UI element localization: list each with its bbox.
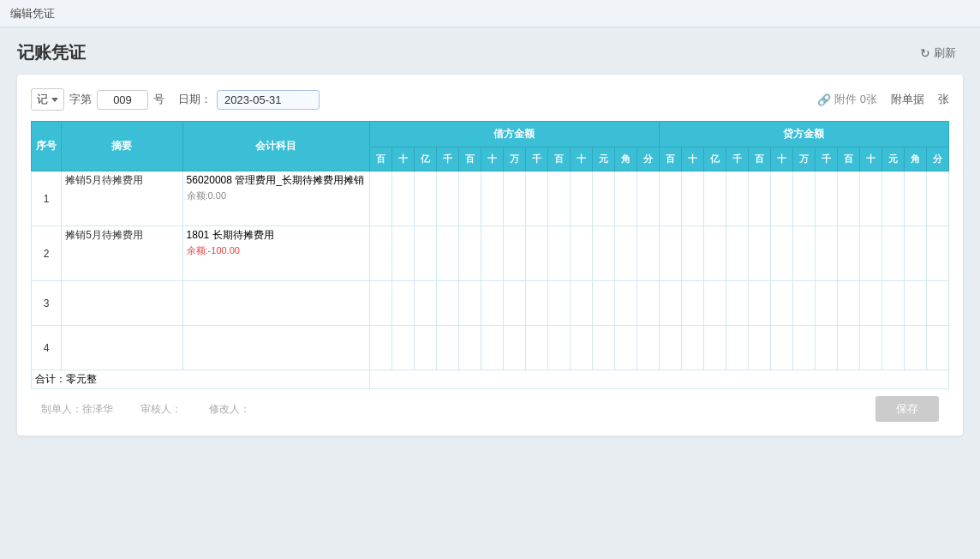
credit-amount-3-2[interactable] [703, 326, 726, 370]
debit-amount-0-6[interactable] [503, 171, 525, 226]
credit-amount-2-1[interactable] [681, 281, 703, 326]
credit-amount-3-6[interactable] [792, 326, 815, 370]
credit-amount-1-9[interactable] [859, 226, 881, 281]
debit-amount-2-9[interactable] [570, 281, 592, 326]
credit-amount-1-3[interactable] [726, 226, 748, 281]
credit-amount-2-6[interactable] [792, 281, 815, 326]
debit-amount-3-11[interactable] [614, 326, 636, 370]
credit-amount-1-1[interactable] [681, 226, 703, 281]
credit-amount-3-10[interactable] [881, 326, 904, 370]
debit-amount-1-2[interactable] [414, 226, 436, 281]
debit-amount-0-11[interactable] [614, 171, 636, 226]
debit-amount-2-11[interactable] [614, 281, 636, 326]
credit-amount-1-10[interactable] [881, 226, 904, 281]
cell-summary-1[interactable]: 摊销5月待摊费用 [62, 226, 182, 281]
cell-account-0[interactable]: 56020008 管理费用_长期待摊费用摊销余额:0.00 [182, 171, 369, 226]
cell-summary-0[interactable]: 摊销5月待摊费用 [62, 171, 182, 226]
credit-amount-1-7[interactable] [815, 226, 837, 281]
debit-amount-3-0[interactable] [369, 326, 391, 370]
debit-amount-3-6[interactable] [503, 326, 525, 370]
credit-amount-0-8[interactable] [837, 171, 859, 226]
debit-amount-1-3[interactable] [436, 226, 458, 281]
voucher-number-input[interactable] [97, 90, 148, 110]
debit-amount-1-10[interactable] [592, 226, 614, 281]
debit-amount-0-12[interactable] [636, 171, 659, 226]
debit-amount-1-11[interactable] [614, 226, 636, 281]
debit-amount-0-1[interactable] [391, 171, 414, 226]
debit-amount-3-2[interactable] [414, 326, 436, 370]
debit-amount-2-5[interactable] [481, 281, 503, 326]
credit-amount-1-11[interactable] [904, 226, 926, 281]
debit-amount-0-9[interactable] [570, 171, 592, 226]
debit-amount-1-1[interactable] [391, 226, 414, 281]
credit-amount-2-9[interactable] [859, 281, 881, 326]
credit-amount-1-4[interactable] [748, 226, 770, 281]
debit-amount-2-4[interactable] [458, 281, 481, 326]
credit-amount-0-3[interactable] [726, 171, 748, 226]
credit-amount-2-11[interactable] [904, 281, 926, 326]
credit-amount-2-2[interactable] [703, 281, 726, 326]
cell-summary-3[interactable] [62, 326, 182, 370]
debit-amount-2-3[interactable] [436, 281, 458, 326]
credit-amount-0-9[interactable] [859, 171, 881, 226]
credit-amount-2-10[interactable] [881, 281, 904, 326]
debit-amount-1-4[interactable] [458, 226, 481, 281]
cell-account-2[interactable] [182, 281, 369, 326]
credit-amount-0-10[interactable] [881, 171, 904, 226]
credit-amount-2-4[interactable] [748, 281, 770, 326]
debit-amount-2-7[interactable] [525, 281, 547, 326]
type-select[interactable]: 记 [31, 88, 64, 111]
cell-account-3[interactable] [182, 326, 369, 370]
attachment-link[interactable]: 🔗 附件 0张 [817, 92, 877, 107]
debit-amount-0-2[interactable] [414, 171, 436, 226]
debit-amount-3-1[interactable] [391, 326, 414, 370]
debit-amount-0-0[interactable] [369, 171, 391, 226]
save-button[interactable]: 保存 [875, 396, 939, 422]
debit-amount-1-9[interactable] [570, 226, 592, 281]
debit-amount-3-3[interactable] [436, 326, 458, 370]
debit-amount-1-7[interactable] [525, 226, 547, 281]
credit-amount-3-8[interactable] [837, 326, 859, 370]
credit-amount-0-5[interactable] [770, 171, 792, 226]
debit-amount-0-10[interactable] [592, 171, 614, 226]
credit-amount-1-6[interactable] [792, 226, 815, 281]
credit-amount-3-4[interactable] [748, 326, 770, 370]
debit-amount-1-0[interactable] [369, 226, 391, 281]
credit-amount-3-0[interactable] [659, 326, 681, 370]
credit-amount-0-7[interactable] [815, 171, 837, 226]
credit-amount-2-7[interactable] [815, 281, 837, 326]
debit-amount-0-7[interactable] [525, 171, 547, 226]
credit-amount-3-3[interactable] [726, 326, 748, 370]
credit-amount-1-2[interactable] [703, 226, 726, 281]
debit-amount-1-5[interactable] [481, 226, 503, 281]
debit-amount-3-4[interactable] [458, 326, 481, 370]
credit-amount-0-2[interactable] [703, 171, 726, 226]
credit-amount-1-8[interactable] [837, 226, 859, 281]
debit-amount-2-2[interactable] [414, 281, 436, 326]
credit-amount-3-11[interactable] [904, 326, 926, 370]
credit-amount-0-11[interactable] [904, 171, 926, 226]
debit-amount-0-3[interactable] [436, 171, 458, 226]
credit-amount-0-0[interactable] [659, 171, 681, 226]
debit-amount-3-5[interactable] [481, 326, 503, 370]
attachment-single[interactable]: 附单据 [891, 92, 924, 107]
debit-amount-1-6[interactable] [503, 226, 525, 281]
debit-amount-3-7[interactable] [525, 326, 547, 370]
credit-amount-3-1[interactable] [681, 326, 703, 370]
debit-amount-2-12[interactable] [636, 281, 659, 326]
credit-amount-3-9[interactable] [859, 326, 881, 370]
credit-amount-3-12[interactable] [926, 326, 948, 370]
debit-amount-1-8[interactable] [547, 226, 570, 281]
cell-summary-2[interactable] [62, 281, 182, 326]
credit-amount-0-12[interactable] [926, 171, 948, 226]
debit-amount-3-12[interactable] [636, 326, 659, 370]
debit-amount-1-12[interactable] [636, 226, 659, 281]
debit-amount-0-5[interactable] [481, 171, 503, 226]
debit-amount-2-1[interactable] [391, 281, 414, 326]
credit-amount-0-1[interactable] [681, 171, 703, 226]
credit-amount-2-12[interactable] [926, 281, 948, 326]
refresh-button[interactable]: ↻ 刷新 [913, 42, 963, 64]
credit-amount-0-4[interactable] [748, 171, 770, 226]
debit-amount-0-4[interactable] [458, 171, 481, 226]
credit-amount-3-7[interactable] [815, 326, 837, 370]
